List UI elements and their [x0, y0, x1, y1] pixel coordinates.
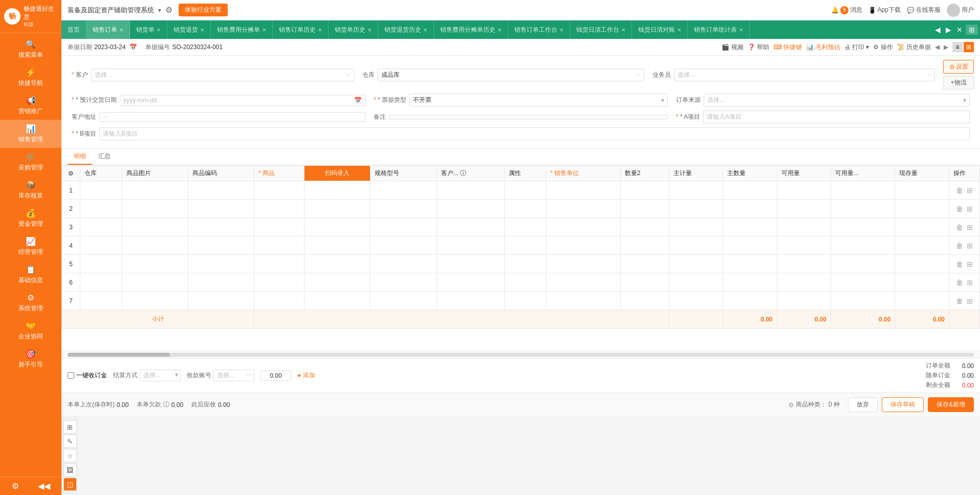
row-7-attr[interactable] — [504, 292, 546, 310]
topbar-gear-icon[interactable]: ⚙ — [165, 5, 172, 15]
sidebar-item-quick-nav[interactable]: ⚡ 快捷导航 — [0, 63, 61, 92]
copy-icon[interactable]: ⊞ — [967, 186, 973, 195]
horizontal-scrollbar[interactable] — [61, 351, 980, 358]
row-5-qty2[interactable] — [620, 255, 669, 273]
col-settings[interactable]: ⚙ — [62, 166, 80, 181]
row-5-warehouse[interactable] — [80, 255, 122, 273]
row-2-warehouse[interactable] — [80, 200, 122, 218]
user-area[interactable]: 用户 — [947, 4, 974, 17]
sidebar-item-operations[interactable]: 📈 经营管理 — [0, 232, 61, 261]
view-grid-btn[interactable]: ⊞ — [964, 42, 974, 52]
row-3-code[interactable] — [188, 218, 254, 236]
row-2-product[interactable] — [254, 200, 304, 218]
online-service-btn[interactable]: 💬 在线客服 — [907, 6, 941, 14]
tab-close-icon[interactable]: ✕ — [200, 27, 204, 33]
tab-close-icon[interactable]: ✕ — [423, 27, 427, 33]
tab-home[interactable]: 首页 — [61, 20, 86, 39]
delete-icon[interactable]: 🗑 — [956, 278, 963, 287]
one-click-checkbox[interactable] — [68, 372, 74, 379]
print-btn[interactable]: 🖨 打印 ▾ — [844, 43, 869, 52]
row-7-product[interactable] — [254, 292, 304, 310]
rs-btn-5[interactable]: ◫ — [63, 478, 77, 491]
rs-btn-3[interactable]: ☆ — [63, 449, 77, 462]
amount-input[interactable] — [260, 371, 291, 381]
sidebar-item-sales[interactable]: 📊 销售管理 — [0, 120, 61, 148]
logistics-btn[interactable]: +物流 — [943, 76, 974, 90]
row-5-customer-code[interactable] — [437, 255, 504, 273]
row-6-qty2[interactable] — [620, 273, 669, 292]
settings-btn[interactable]: ⚙ 设置 — [943, 60, 974, 74]
account-select[interactable]: 选择... ··· — [213, 370, 254, 381]
row-3-warehouse[interactable] — [80, 218, 122, 236]
row-3-qty2[interactable] — [620, 218, 669, 236]
copy-icon[interactable]: ⊞ — [967, 242, 973, 250]
tab-daily-workbench[interactable]: 钱货日清工作台 ✕ — [570, 20, 632, 39]
row-1-main-qty[interactable] — [723, 181, 777, 200]
copy-icon[interactable]: ⊞ — [967, 223, 973, 231]
tab-detail[interactable]: 明细 — [68, 149, 92, 165]
row-3-spec[interactable] — [371, 218, 437, 236]
tab-sales-return[interactable]: 销货退货 ✕ — [167, 20, 211, 39]
warehouse-input[interactable]: 成品库 ··· — [378, 69, 645, 81]
nav-next-icon[interactable]: ▶ — [944, 44, 948, 51]
tab-close-icon[interactable]: ✕ — [497, 27, 502, 33]
row-1-warehouse[interactable] — [80, 181, 122, 200]
settlement-select[interactable]: 选择... ▾ — [140, 370, 181, 381]
row-7-unit[interactable] — [546, 292, 620, 310]
row-1-code[interactable] — [188, 181, 254, 200]
row-2-attr[interactable] — [504, 200, 546, 218]
row-2-code[interactable] — [188, 200, 254, 218]
view-list-btn[interactable]: ≡ — [952, 42, 963, 52]
tab-summary[interactable]: 汇总 — [92, 149, 117, 165]
tab-close-icon[interactable]: ✕ — [119, 27, 123, 33]
row-6-code[interactable] — [188, 273, 254, 292]
tab-close-icon[interactable]: ✕ — [157, 27, 161, 33]
collapse-icon[interactable]: ◀◀ — [38, 481, 50, 491]
row-3-product[interactable] — [254, 218, 304, 236]
row-2-qty2[interactable] — [620, 200, 669, 218]
tab-close-icon[interactable]: ✕ — [677, 27, 681, 33]
rs-btn-1[interactable]: ⊞ — [63, 420, 77, 434]
sidebar-item-inventory[interactable]: 📦 库存核算 — [0, 176, 61, 204]
sidebar-item-basic[interactable]: 📋 基础信息 — [0, 261, 61, 289]
tab-expense-history[interactable]: 销售费用分摊单历史 ✕ — [434, 20, 508, 39]
row-4-warehouse[interactable] — [80, 236, 122, 255]
customer-input[interactable]: 选择... ··· — [91, 69, 354, 81]
row-7-warehouse[interactable] — [80, 292, 122, 310]
delete-icon[interactable]: 🗑 — [956, 297, 963, 305]
sidebar-item-enterprise[interactable]: 🤝 企业协同 — [0, 317, 61, 345]
row-1-customer-code[interactable] — [437, 181, 504, 200]
discard-button[interactable]: 放弃 — [848, 397, 878, 412]
tab-expense-split[interactable]: 销售费用分摊单 ✕ — [211, 20, 273, 39]
tab-close-all-btn[interactable]: ✕ — [954, 25, 965, 35]
row-4-spec[interactable] — [371, 236, 437, 255]
number-value[interactable]: SO-20230324-001 — [172, 44, 223, 51]
row-6-unit[interactable] — [546, 273, 620, 292]
delete-icon[interactable]: 🗑 — [956, 242, 963, 250]
tab-next-btn[interactable]: ▶ — [944, 25, 953, 35]
row-4-code[interactable] — [188, 236, 254, 255]
row-5-product[interactable] — [254, 255, 304, 273]
date-value[interactable]: 2023-03-24 — [94, 44, 125, 51]
order-source-input[interactable]: 选择... ▾ — [704, 94, 970, 106]
shortcut-btn[interactable]: ⌨ 快捷键 — [773, 43, 802, 52]
profit-btn[interactable]: 📊 毛利预估 — [806, 43, 840, 52]
copy-icon[interactable]: ⊞ — [967, 205, 973, 213]
app-download-btn[interactable]: 📱 App下载 — [868, 6, 901, 14]
scrollbar-thumb[interactable] — [68, 353, 170, 357]
delete-icon[interactable]: 🗑 — [956, 260, 963, 268]
row-1-product[interactable] — [254, 181, 304, 200]
history-btn[interactable]: 📜 历史单据 — [897, 43, 931, 52]
row-5-spec[interactable] — [371, 255, 437, 273]
tab-close-icon[interactable]: ✕ — [559, 27, 563, 33]
delivery-input[interactable]: yyyy-mm-dd 📅 — [120, 95, 365, 106]
delete-icon[interactable]: 🗑 — [956, 223, 963, 231]
row-5-attr[interactable] — [504, 255, 546, 273]
save-draft-button[interactable]: 保存草稿 — [882, 397, 924, 412]
remark-input[interactable] — [389, 115, 667, 119]
row-3-attr[interactable] — [504, 218, 546, 236]
address-input[interactable]: ··· — [99, 112, 365, 122]
tab-stats[interactable]: 销售订单统计表 ✕ — [688, 20, 750, 39]
tab-expand-btn[interactable]: ⊞ — [966, 25, 978, 35]
row-7-customer-code[interactable] — [437, 292, 504, 310]
